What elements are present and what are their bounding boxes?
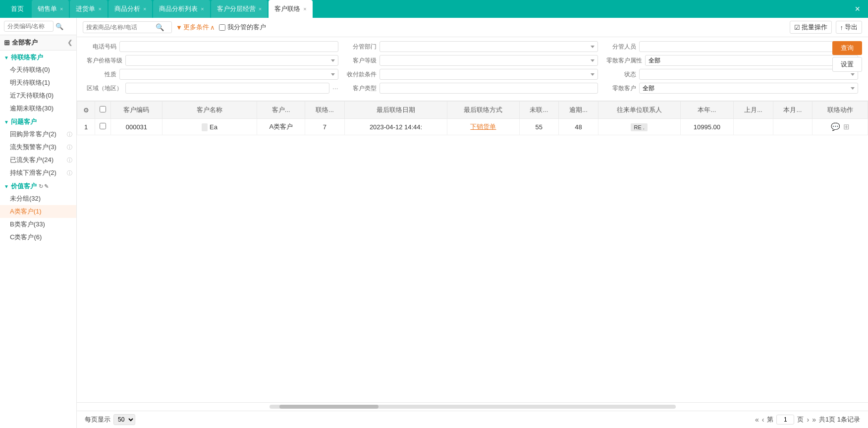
col-last-month: 上月... bbox=[734, 102, 773, 119]
status-select[interactable] bbox=[639, 69, 858, 80]
phone-input[interactable] bbox=[119, 41, 338, 52]
dept-label: 分管部门 bbox=[347, 43, 377, 51]
row-checkbox[interactable] bbox=[100, 123, 106, 129]
edit-icon[interactable]: ✎ bbox=[44, 183, 49, 190]
horizontal-scrollbar-thumb[interactable] bbox=[279, 405, 379, 409]
nav-home[interactable]: 首页 bbox=[4, 0, 31, 18]
sidebar-search-input[interactable] bbox=[4, 21, 54, 32]
customer-table: ⚙ 客户编码 客户名称 客户... bbox=[77, 101, 868, 135]
cust-grade-label: 客户等级 bbox=[347, 56, 377, 65]
sidebar-collapse-icon[interactable]: ❮ bbox=[67, 39, 72, 46]
row-checkbox-cell bbox=[95, 119, 111, 135]
close-tab-0[interactable]: × bbox=[60, 0, 63, 18]
col-contact-count: 联络... bbox=[305, 102, 345, 119]
sidebar-item-tomorrow[interactable]: 明天待联络(1) bbox=[0, 76, 76, 89]
scatter-cust-select[interactable]: 全部 bbox=[639, 83, 858, 94]
export-button[interactable]: ↑ 导出 bbox=[836, 21, 863, 34]
sidebar-item-7days[interactable]: 近7天待联络(0) bbox=[0, 89, 76, 102]
person-label: 分管人员 bbox=[606, 43, 636, 51]
close-tab-5[interactable]: × bbox=[303, 0, 306, 18]
nav-tab-2[interactable]: 商品分析 × bbox=[108, 0, 152, 18]
close-tab-2[interactable]: × bbox=[143, 0, 146, 18]
more-conditions-button[interactable]: ▼ 更多条件 ∧ bbox=[176, 23, 215, 32]
sidebar-item-churn-warning[interactable]: 流失预警客户(3) ⓘ bbox=[0, 141, 76, 154]
cust-grade-select[interactable] bbox=[380, 55, 598, 66]
nav-tab-3[interactable]: 商品分析列表 × bbox=[153, 0, 210, 18]
row-last-date: 2023-04-12 14:44: bbox=[344, 119, 447, 135]
sidebar-item-churned[interactable]: 已流失客户(24) ⓘ bbox=[0, 154, 76, 166]
main-search-input[interactable] bbox=[86, 24, 156, 31]
last-page-button[interactable]: » bbox=[812, 416, 816, 424]
sidebar-item-repurchase[interactable]: 回购异常客户(2) ⓘ bbox=[0, 128, 76, 141]
batch-operation-button[interactable]: ☑ 批量操作 bbox=[790, 21, 832, 34]
sidebar-header[interactable]: ⊞ 全部客户 ❮ bbox=[0, 35, 76, 51]
pagination: 每页显示 50 « ‹ 第 页 › » 共1页 1条记录 bbox=[77, 411, 868, 428]
sidebar-item-today[interactable]: 今天待联络(0) bbox=[0, 63, 76, 76]
close-tab-4[interactable]: × bbox=[259, 0, 262, 18]
sidebar-section-value[interactable]: ▼ 价值客户 ↻ ✎ bbox=[0, 179, 76, 192]
chevron-icon: ∧ bbox=[210, 24, 215, 31]
pagination-right: « ‹ 第 页 › » 共1页 1条记录 bbox=[755, 415, 860, 425]
prev-page-button[interactable]: ‹ bbox=[762, 416, 764, 424]
sidebar-item-declining[interactable]: 持续下滑客户(2) ⓘ bbox=[0, 166, 76, 179]
sidebar-item-a-class[interactable]: A类客户(1) bbox=[0, 205, 76, 218]
last-method-link[interactable]: 下销货单 bbox=[470, 123, 496, 130]
col-type: 客户... bbox=[257, 102, 305, 119]
col-gear[interactable]: ⚙ bbox=[77, 102, 95, 119]
scatter-attr-select[interactable]: 全部 bbox=[645, 55, 858, 66]
col-name: 客户名称 bbox=[162, 102, 257, 119]
region-dots-icon[interactable]: ··· bbox=[332, 84, 338, 92]
col-this-year: 本年... bbox=[680, 102, 733, 119]
person-input[interactable] bbox=[639, 41, 849, 52]
main-search-icon[interactable]: 🔍 bbox=[156, 23, 164, 31]
sidebar-item-overdue[interactable]: 逾期未联络(30) bbox=[0, 102, 76, 115]
sidebar-item-ungroup[interactable]: 未分组(32) bbox=[0, 192, 76, 205]
payment-select[interactable] bbox=[380, 69, 598, 80]
filter-cell-dept: 分管部门 bbox=[343, 41, 603, 52]
comment-icon[interactable]: 💬 bbox=[831, 122, 840, 131]
query-button[interactable]: 查询 bbox=[832, 41, 862, 55]
filter-cell-scatter-attr: 零散客户属性 全部 bbox=[602, 55, 862, 66]
nav-tab-5[interactable]: 客户联络 × bbox=[269, 0, 312, 18]
col-code: 客户编码 bbox=[111, 102, 163, 119]
next-page-button[interactable]: › bbox=[807, 416, 809, 424]
setting-button[interactable]: 设置 bbox=[832, 57, 862, 72]
filter-cell-region: 区域（地区） ··· bbox=[83, 83, 343, 94]
filter-row-1: 电话号码 分管部门 分管人员 ··· bbox=[83, 41, 862, 52]
export-icon: ↑ bbox=[840, 24, 844, 31]
row-no-contact: 55 bbox=[519, 119, 559, 135]
sidebar-item-c-class[interactable]: C类客户(6) bbox=[0, 231, 76, 244]
nav-tab-1[interactable]: 进货单 × bbox=[70, 0, 107, 18]
name-badge bbox=[202, 123, 208, 131]
app-close-button[interactable]: × bbox=[851, 4, 864, 14]
my-customers-checkbox[interactable] bbox=[219, 24, 225, 31]
refresh-icon[interactable]: ↻ bbox=[39, 183, 43, 190]
sidebar-item-b-class[interactable]: B类客户(33) bbox=[0, 218, 76, 231]
page-suffix: 页 bbox=[797, 415, 804, 424]
close-tab-3[interactable]: × bbox=[201, 0, 204, 18]
page-input[interactable] bbox=[776, 415, 794, 425]
sidebar-section-pending[interactable]: ▼ 待联络客户 bbox=[0, 51, 76, 63]
nature-select[interactable] bbox=[119, 69, 338, 80]
nav-tab-0[interactable]: 销售单 × bbox=[32, 0, 69, 18]
price-grade-select[interactable] bbox=[125, 55, 338, 66]
sidebar-search-icon[interactable]: 🔍 bbox=[55, 23, 63, 30]
sidebar-section-problem[interactable]: ▼ 问题客户 bbox=[0, 115, 76, 128]
first-page-button[interactable]: « bbox=[755, 416, 759, 424]
filter-row-4: 区域（地区） ··· 客户类型 零散客户 全部 bbox=[83, 83, 862, 94]
nav-tab-4[interactable]: 客户分层经营 × bbox=[211, 0, 268, 18]
arrow-icon-2: ▼ bbox=[4, 119, 9, 125]
horizontal-scrollbar-wrap bbox=[77, 402, 868, 411]
close-tab-1[interactable]: × bbox=[98, 0, 101, 18]
region-input[interactable] bbox=[125, 83, 329, 94]
qr-icon[interactable]: ⊞ bbox=[843, 122, 850, 131]
select-all-checkbox[interactable] bbox=[100, 106, 106, 112]
batch-icon: ☑ bbox=[794, 24, 800, 31]
cust-type-input[interactable] bbox=[380, 83, 598, 94]
dept-select[interactable] bbox=[380, 41, 598, 52]
arrow-icon-3: ▼ bbox=[4, 184, 9, 189]
per-page-select[interactable]: 50 bbox=[113, 414, 135, 425]
sidebar-search-row: 🔍 bbox=[0, 18, 76, 35]
col-last-date: 最后联络日期 bbox=[344, 102, 447, 119]
horizontal-scrollbar[interactable] bbox=[270, 405, 676, 409]
